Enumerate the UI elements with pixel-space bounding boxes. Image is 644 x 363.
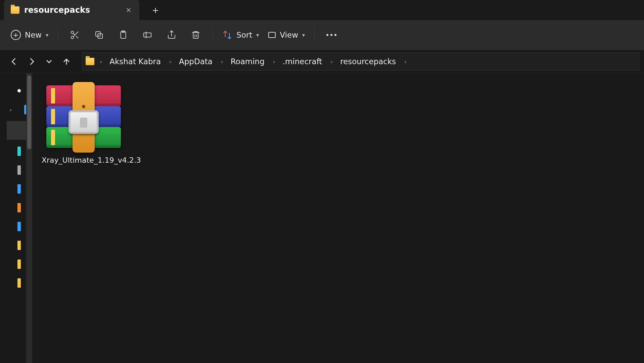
ellipsis-icon bbox=[326, 34, 336, 36]
sort-button[interactable]: Sort ▾ bbox=[218, 25, 264, 45]
toolbar-separator bbox=[58, 27, 58, 43]
chevron-right-icon: › bbox=[330, 58, 333, 65]
plus-circle-icon: + bbox=[11, 30, 21, 40]
breadcrumb-segment[interactable]: AppData › bbox=[176, 57, 226, 66]
svg-point-1 bbox=[71, 36, 74, 39]
sort-label: Sort bbox=[236, 31, 252, 39]
chevron-right-icon: › bbox=[273, 58, 275, 65]
tab-strip: resourcepacks ＋ bbox=[0, 0, 644, 20]
file-item[interactable]: Xray_Ultimate_1.19_v4.2.3 bbox=[42, 85, 126, 164]
new-button[interactable]: + New ▾ bbox=[6, 25, 53, 45]
breadcrumb-segment[interactable]: Akshat Kabra › bbox=[107, 57, 174, 66]
chevron-down-icon: ▾ bbox=[302, 32, 305, 38]
folder-icon bbox=[86, 58, 94, 65]
svg-point-0 bbox=[71, 31, 74, 34]
close-tab-button[interactable] bbox=[123, 4, 135, 16]
breadcrumb-segment[interactable]: .minecraft › bbox=[280, 57, 336, 66]
folder-icon bbox=[11, 6, 19, 14]
back-button[interactable] bbox=[6, 53, 22, 70]
share-button[interactable] bbox=[159, 25, 184, 45]
sort-icon bbox=[222, 30, 232, 40]
file-list-area[interactable]: Xray_Ultimate_1.19_v4.2.3 bbox=[32, 73, 644, 363]
svg-rect-7 bbox=[193, 33, 198, 39]
chevron-down-icon: ▾ bbox=[46, 32, 48, 38]
share-icon bbox=[167, 30, 177, 40]
toolbar: + New ▾ Sort bbox=[0, 20, 644, 50]
recent-locations-button[interactable] bbox=[41, 53, 57, 70]
navigation-pane[interactable]: › bbox=[0, 73, 32, 363]
svg-rect-6 bbox=[144, 33, 151, 37]
address-bar-row: › Akshat Kabra ›AppData ›Roaming ›.minec… bbox=[0, 50, 644, 73]
toolbar-separator bbox=[314, 27, 315, 43]
tab-active[interactable]: resourcepacks bbox=[4, 0, 139, 20]
paste-button[interactable] bbox=[111, 25, 135, 45]
clipboard-icon bbox=[118, 30, 128, 40]
view-button[interactable]: View ▾ bbox=[264, 25, 310, 45]
up-button[interactable] bbox=[58, 53, 75, 70]
view-icon bbox=[268, 32, 276, 38]
new-label: New bbox=[25, 31, 42, 39]
cut-button[interactable] bbox=[63, 25, 87, 45]
chevron-right-icon: › bbox=[169, 58, 172, 65]
sidebar-scrollbar[interactable] bbox=[26, 73, 32, 363]
archive-icon bbox=[46, 85, 121, 149]
chevron-down-icon: ▾ bbox=[256, 32, 259, 38]
chevron-right-icon: › bbox=[404, 58, 407, 65]
breadcrumb-root-chevron[interactable]: › bbox=[97, 58, 105, 65]
scissors-icon bbox=[70, 30, 80, 40]
more-button[interactable] bbox=[319, 25, 343, 45]
tab-title: resourcepacks bbox=[24, 5, 118, 15]
toolbar-separator bbox=[213, 27, 213, 43]
copy-icon bbox=[94, 30, 104, 40]
copy-button[interactable] bbox=[87, 25, 111, 45]
new-tab-button[interactable]: ＋ bbox=[145, 0, 166, 20]
rename-button[interactable] bbox=[135, 25, 159, 45]
breadcrumb-segment[interactable]: resourcepacks › bbox=[337, 57, 409, 66]
chevron-right-icon: › bbox=[221, 58, 223, 65]
delete-button[interactable] bbox=[184, 25, 208, 45]
file-name: Xray_Ultimate_1.19_v4.2.3 bbox=[42, 156, 126, 164]
breadcrumb-segment[interactable]: Roaming › bbox=[228, 57, 278, 66]
trash-icon bbox=[191, 30, 201, 40]
forward-button[interactable] bbox=[24, 53, 40, 70]
rename-icon bbox=[142, 30, 152, 40]
sidebar-separator bbox=[7, 121, 28, 140]
chevron-right-icon: › bbox=[9, 106, 12, 113]
view-label: View bbox=[280, 31, 298, 39]
breadcrumb[interactable]: › Akshat Kabra ›AppData ›Roaming ›.minec… bbox=[82, 52, 640, 71]
